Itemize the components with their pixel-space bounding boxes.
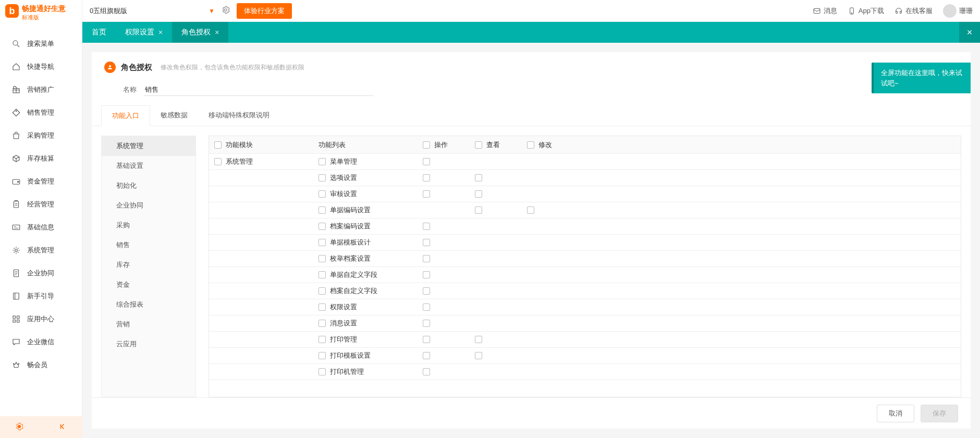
support-link[interactable]: 在线客服	[895, 6, 933, 16]
sub-tab-1[interactable]: 敏感数据	[150, 105, 198, 126]
app-icon	[11, 314, 21, 324]
nav-item-0[interactable]: 搜索菜单	[0, 32, 82, 55]
settings-gear-icon[interactable]	[221, 5, 230, 16]
grid-row: 权限设置	[209, 299, 961, 315]
nav-item-7[interactable]: 经营管理	[0, 193, 82, 216]
checkbox[interactable]	[423, 336, 430, 343]
checkbox[interactable]	[318, 368, 326, 375]
checkbox[interactable]	[423, 352, 430, 359]
app-download-link[interactable]: App下载	[848, 6, 884, 16]
user-menu[interactable]: 珊珊	[943, 4, 973, 18]
checkbox[interactable]	[423, 174, 430, 181]
checkbox[interactable]	[475, 352, 482, 359]
checkbox[interactable]	[423, 320, 430, 327]
tab-1[interactable]: 权限设置×	[116, 22, 172, 43]
checkbox[interactable]	[423, 190, 430, 198]
logo-icon: b	[5, 4, 19, 18]
home-icon	[11, 62, 21, 71]
version-selector[interactable]: 0五组旗舰版 ▼	[90, 6, 215, 16]
checkbox[interactable]	[318, 239, 326, 246]
nav-item-10[interactable]: 企业协同	[0, 262, 82, 285]
checkbox[interactable]	[318, 336, 326, 343]
checkbox[interactable]	[423, 239, 430, 246]
grid-row: 打印机管理	[209, 364, 961, 380]
checkbox[interactable]	[423, 271, 430, 278]
checkbox[interactable]	[475, 206, 482, 214]
cancel-button[interactable]: 取消	[877, 405, 914, 422]
checkbox[interactable]	[423, 368, 430, 375]
sub-tab-0[interactable]: 功能入口	[101, 105, 150, 126]
collapse-icon[interactable]	[58, 422, 68, 433]
grid-row: 消息设置	[209, 315, 961, 332]
checkbox[interactable]	[318, 206, 326, 214]
checkbox[interactable]	[423, 158, 430, 165]
page-tabs: 首页权限设置×角色授权××	[82, 22, 980, 43]
tab-0[interactable]: 首页	[82, 22, 116, 43]
checkbox[interactable]	[214, 158, 222, 165]
checkbox[interactable]	[423, 287, 430, 295]
permission-grid: 功能模块功能列表操作查看修改系统管理菜单管理选项设置审核设置单据编码设置档案编码…	[209, 136, 961, 397]
svg-rect-5	[14, 201, 19, 208]
checkbox[interactable]	[318, 223, 326, 230]
svg-point-18	[109, 65, 111, 67]
try-industry-button[interactable]: 体验行业方案	[237, 3, 292, 19]
category-item-5[interactable]: 销售	[102, 235, 195, 255]
checkbox[interactable]	[214, 141, 222, 149]
checkbox[interactable]	[318, 190, 326, 198]
page-title: 角色授权	[121, 63, 152, 72]
category-item-2[interactable]: 初始化	[102, 176, 195, 196]
topbar: 0五组旗舰版 ▼ 体验行业方案 消息 App下载 在线客服 珊珊	[82, 0, 980, 22]
nav-item-4[interactable]: 采购管理	[0, 124, 82, 147]
category-item-1[interactable]: 基础设置	[102, 156, 195, 176]
checkbox[interactable]	[475, 336, 482, 343]
tab-close-icon[interactable]: ×	[215, 28, 219, 36]
messages-link[interactable]: 消息	[813, 6, 837, 16]
checkbox[interactable]	[423, 223, 430, 230]
checkbox[interactable]	[423, 303, 430, 311]
checkbox[interactable]	[318, 158, 326, 165]
role-name-input[interactable]	[144, 83, 373, 96]
nav-item-13[interactable]: 企业微信	[0, 331, 82, 354]
nav-item-8[interactable]: 基础信息	[0, 216, 82, 239]
checkbox[interactable]	[423, 141, 430, 149]
category-item-4[interactable]: 采购	[102, 215, 195, 235]
nav-item-12[interactable]: 应用中心	[0, 308, 82, 331]
tab-2[interactable]: 角色授权×	[172, 22, 228, 43]
checkbox[interactable]	[527, 206, 534, 214]
checkbox[interactable]	[318, 174, 326, 181]
checkbox[interactable]	[475, 141, 482, 149]
tabs-close-all[interactable]: ×	[959, 22, 980, 43]
svg-rect-12	[13, 320, 16, 323]
checkbox[interactable]	[318, 287, 326, 295]
category-item-9[interactable]: 营销	[102, 314, 195, 334]
svg-rect-9	[14, 293, 19, 299]
category-item-10[interactable]: 云应用	[102, 334, 195, 354]
checkbox[interactable]	[527, 141, 534, 149]
nav-item-14[interactable]: 畅会员	[0, 354, 82, 376]
nav-item-1[interactable]: 快捷导航	[0, 55, 82, 78]
checkbox[interactable]	[318, 320, 326, 327]
nav-item-6[interactable]: 资金管理	[0, 170, 82, 193]
nav-item-2[interactable]: 营销推广	[0, 78, 82, 101]
checkbox[interactable]	[318, 352, 326, 359]
checkbox[interactable]	[318, 271, 326, 278]
nav-item-5[interactable]: 库存核算	[0, 147, 82, 170]
category-item-7[interactable]: 资金	[102, 275, 195, 295]
nav-item-3[interactable]: 销售管理	[0, 101, 82, 124]
save-button[interactable]: 保存	[921, 405, 958, 422]
nav-label: 新手引导	[27, 291, 54, 301]
settings-icon[interactable]	[15, 422, 24, 433]
nav-item-11[interactable]: 新手引导	[0, 285, 82, 308]
checkbox[interactable]	[318, 255, 326, 262]
checkbox[interactable]	[475, 174, 482, 181]
category-item-8[interactable]: 综合报表	[102, 295, 195, 314]
checkbox[interactable]	[423, 255, 430, 262]
sub-tab-2[interactable]: 移动端特殊权限说明	[198, 105, 280, 126]
category-item-3[interactable]: 企业协同	[102, 196, 195, 215]
checkbox[interactable]	[318, 303, 326, 311]
tab-close-icon[interactable]: ×	[158, 28, 163, 36]
nav-item-9[interactable]: 系统管理	[0, 239, 82, 262]
checkbox[interactable]	[475, 190, 482, 198]
category-item-6[interactable]: 库存	[102, 255, 195, 275]
category-item-0[interactable]: 系统管理	[102, 136, 195, 156]
